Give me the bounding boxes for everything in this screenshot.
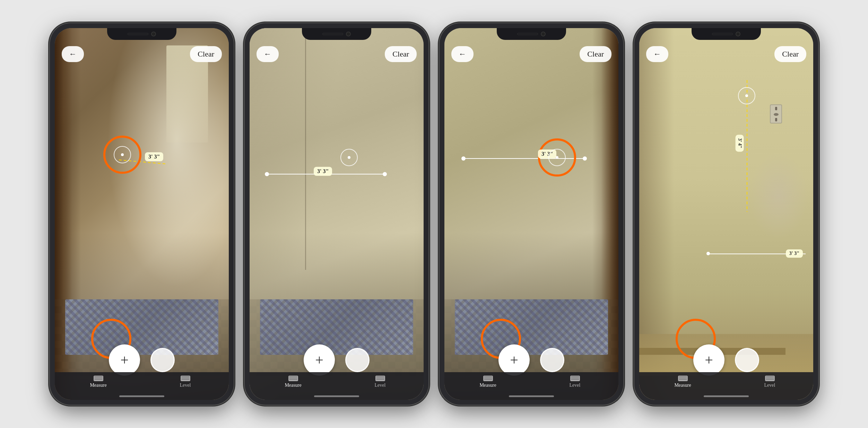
screen-2: ← Clear 3' 3" +: [250, 28, 424, 400]
tab-level-label-2: Level: [375, 383, 386, 388]
target-crosshair-4: [738, 87, 755, 104]
target-crosshair-3: [548, 149, 566, 166]
horiz-measure-label-4: 3' 3": [786, 249, 803, 258]
horiz-start-4: [706, 252, 710, 255]
top-buttons-2: ← Clear: [250, 43, 424, 65]
back-button-4[interactable]: ←: [646, 46, 668, 62]
add-point-button-3[interactable]: +: [498, 344, 530, 376]
measure-label-1: 3' 3": [145, 152, 163, 161]
front-camera-3: [541, 32, 546, 36]
end-point-3: [583, 156, 587, 161]
speaker-2: [322, 33, 343, 35]
ui-overlay-4: ← Clear 3' 4" 3' 3": [639, 28, 813, 400]
front-camera-4: [736, 32, 740, 36]
target-dot-3: [556, 156, 558, 159]
speaker-1: [128, 33, 148, 35]
bottom-controls-3: +: [444, 344, 618, 376]
tab-level-label-3: Level: [570, 383, 581, 388]
phone-2: ← Clear 3' 3" +: [245, 23, 428, 405]
tab-level-3[interactable]: Level: [531, 376, 618, 388]
front-camera-1: [151, 32, 156, 36]
ruler-icon-2: [288, 376, 298, 381]
measure-label-2: 3' 3": [314, 167, 332, 176]
notch-3: [497, 28, 566, 40]
notch-4: [692, 28, 761, 40]
level-icon-3: [570, 376, 580, 381]
home-indicator-2: [314, 395, 359, 397]
tab-measure-3[interactable]: Measure: [444, 376, 531, 388]
tab-level-label-4: Level: [764, 383, 775, 388]
speaker-4: [712, 33, 733, 35]
snap-button-2[interactable]: [345, 348, 370, 372]
tab-measure-1[interactable]: Measure: [55, 376, 142, 388]
tab-measure-label-1: Measure: [90, 383, 106, 388]
screen-3: ← Clear 3' 3" +: [444, 28, 618, 400]
ui-overlay-2: ← Clear 3' 3" +: [250, 28, 424, 400]
target-crosshair-1: [114, 146, 131, 163]
add-point-button-2[interactable]: +: [304, 344, 335, 376]
tab-level-2[interactable]: Level: [337, 376, 424, 388]
bottom-controls-2: +: [250, 344, 424, 376]
snap-button-4[interactable]: [735, 348, 759, 372]
tab-measure-label-4: Measure: [674, 383, 691, 388]
level-icon-4: [765, 376, 775, 381]
ui-overlay-1: ← Clear 3' 3" +: [55, 28, 229, 400]
tab-measure-4[interactable]: Measure: [639, 376, 726, 388]
add-point-button-1[interactable]: +: [109, 344, 140, 376]
tab-measure-2[interactable]: Measure: [250, 376, 337, 388]
bottom-controls-1: +: [55, 344, 229, 376]
phone-frame-1: ← Clear 3' 3" +: [50, 23, 234, 405]
top-buttons-4: ← Clear: [639, 43, 813, 65]
phone-frame-3: ← Clear 3' 3" +: [440, 23, 623, 405]
target-dot-2: [348, 156, 350, 159]
tab-measure-label-2: Measure: [285, 383, 301, 388]
screen-4: ← Clear 3' 4" 3' 3": [639, 28, 813, 400]
tab-measure-label-3: Measure: [479, 383, 496, 388]
ruler-icon-3: [483, 376, 493, 381]
tab-level-1[interactable]: Level: [142, 376, 229, 388]
clear-button-4[interactable]: Clear: [774, 46, 806, 62]
front-camera-2: [346, 32, 351, 36]
start-point-3: [461, 156, 466, 161]
level-icon-1: [181, 376, 190, 381]
top-buttons-3: ← Clear: [444, 43, 618, 65]
screen-1: ← Clear 3' 3" +: [55, 28, 229, 400]
ui-overlay-3: ← Clear 3' 3" +: [444, 28, 618, 400]
back-button-1[interactable]: ←: [62, 46, 84, 62]
vert-measure-label-4: 3' 4": [736, 135, 744, 152]
phone-frame-2: ← Clear 3' 3" +: [245, 23, 428, 405]
phone-frame-4: ← Clear 3' 4" 3' 3": [634, 23, 818, 405]
top-buttons-1: ← Clear: [55, 43, 229, 65]
clear-button-1[interactable]: Clear: [190, 46, 222, 62]
add-point-button-4[interactable]: +: [693, 344, 724, 376]
speaker-3: [517, 33, 538, 35]
notch-2: [302, 28, 371, 40]
home-indicator-3: [509, 395, 554, 397]
home-indicator-1: [119, 395, 164, 397]
clear-button-2[interactable]: Clear: [385, 46, 417, 62]
target-dot-1: [121, 153, 124, 156]
home-indicator-4: [704, 395, 749, 397]
bottom-controls-4: +: [639, 344, 813, 376]
target-crosshair-2: [340, 149, 358, 166]
back-button-3[interactable]: ←: [451, 46, 474, 62]
snap-button-3[interactable]: [540, 348, 564, 372]
phone-4: ← Clear 3' 4" 3' 3": [634, 23, 818, 405]
start-point-2: [265, 172, 269, 176]
tab-level-label-1: Level: [180, 383, 191, 388]
tab-level-4[interactable]: Level: [726, 376, 813, 388]
clear-button-3[interactable]: Clear: [580, 46, 611, 62]
ruler-icon-1: [94, 376, 103, 381]
end-point-2: [383, 172, 387, 176]
notch-1: [107, 28, 176, 40]
phone-3: ← Clear 3' 3" +: [440, 23, 623, 405]
level-icon-2: [375, 376, 385, 381]
back-button-2[interactable]: ←: [257, 46, 279, 62]
ruler-icon-4: [678, 376, 688, 381]
snap-button-1[interactable]: [150, 348, 175, 372]
phone-1: ← Clear 3' 3" +: [50, 23, 234, 405]
target-dot-4: [745, 94, 748, 97]
